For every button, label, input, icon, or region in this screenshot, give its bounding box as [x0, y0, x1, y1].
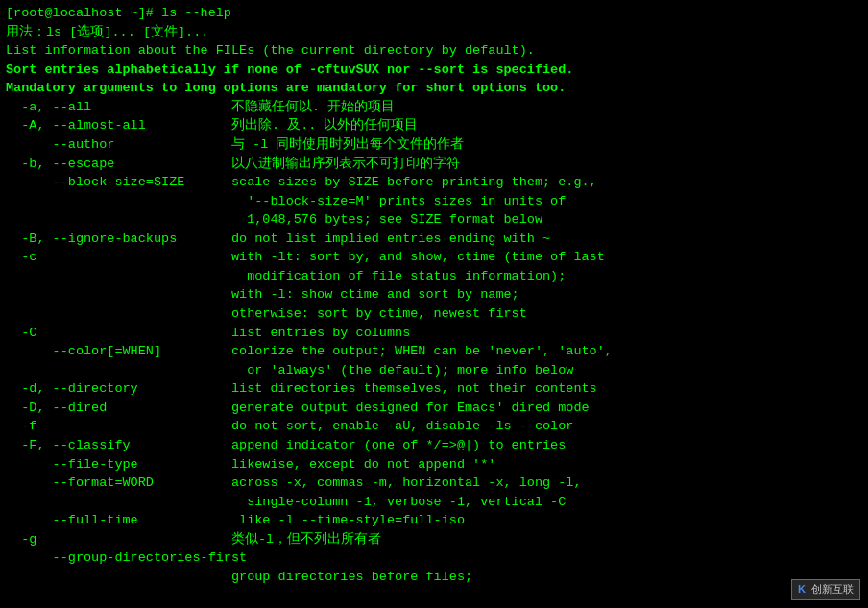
terminal-line-l28: single-column -1, verbose -1, vertical -…: [6, 493, 862, 512]
terminal-line-l10: -b, --escape 以八进制输出序列表示不可打印的字符: [6, 155, 862, 174]
terminal-line-l3: List information about the FILEs (the cu…: [6, 41, 862, 61]
terminal-output: [root@localhost ~]# ls --help用法：ls [选项].…: [6, 4, 862, 586]
terminal-line-l4: Sort entries alphabetically if none of -…: [6, 61, 862, 80]
terminal-line-l30: -g 类似-l，但不列出所有者: [6, 530, 862, 549]
watermark-text: 创新互联: [811, 583, 854, 595]
terminal-line-l7: -a, --all 不隐藏任何以. 开始的项目: [6, 98, 862, 117]
terminal-line-l19: -C list entries by columns: [6, 324, 862, 343]
terminal-line-l16: modification of file status information)…: [6, 267, 862, 286]
terminal-line-l8: -A, --almost-all 列出除. 及.. 以外的任何项目: [6, 116, 862, 135]
terminal-line-l27: --format=WORD across -x, commas -m, hori…: [6, 474, 862, 493]
watermark-icon: K: [798, 582, 806, 597]
terminal-window: [root@localhost ~]# ls --help用法：ls [选项].…: [0, 0, 868, 608]
terminal-line-l26: --file-type likewise, except do not appe…: [6, 455, 862, 474]
terminal-line-l29: --full-time like -l --time-style=full-is…: [6, 511, 862, 530]
terminal-line-l17: with -l: show ctime and sort by name;: [6, 285, 862, 304]
terminal-line-l18: otherwise: sort by ctime, newest first: [6, 304, 862, 324]
watermark: K 创新互联: [791, 579, 860, 600]
terminal-line-l24: -f do not sort, enable -aU, disable -ls …: [6, 417, 862, 436]
terminal-line-l32: group directories before files;: [6, 568, 862, 587]
terminal-line-l9: --author 与 -l 同时使用时列出每个文件的作者: [6, 135, 862, 155]
terminal-line-l25: -F, --classify append indicator (one of …: [6, 436, 862, 455]
terminal-line-l2: 用法：ls [选项]... [文件]...: [6, 23, 862, 42]
terminal-line-l21: or 'always' (the default); more info bel…: [6, 361, 862, 380]
terminal-line-l20: --color[=WHEN] colorize the output; WHEN…: [6, 342, 862, 361]
terminal-line-l13: 1,048,576 bytes; see SIZE format below: [6, 210, 862, 230]
terminal-line-l23: -D, --dired generate output designed for…: [6, 399, 862, 418]
terminal-line-l12: '--block-size=M' prints sizes in units o…: [6, 192, 862, 211]
terminal-line-l31: --group-directories-first: [6, 548, 862, 568]
terminal-line-l6: Mandatory arguments to long options are …: [6, 79, 862, 98]
terminal-line-l11: --block-size=SIZE scale sizes by SIZE be…: [6, 173, 862, 192]
terminal-line-l15: -c with -lt: sort by, and show, ctime (t…: [6, 248, 862, 267]
terminal-line-l22: -d, --directory list directories themsel…: [6, 379, 862, 399]
terminal-line-l14: -B, --ignore-backups do not list implied…: [6, 230, 862, 249]
terminal-line-l1: [root@localhost ~]# ls --help: [6, 4, 862, 23]
